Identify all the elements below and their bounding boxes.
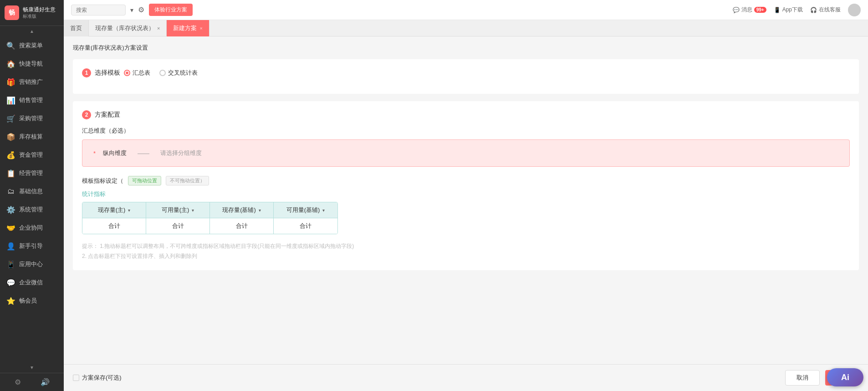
ai-badge[interactable]: Ai [827,368,863,386]
sidebar-icon-purchase-mgmt: 🛒 [6,114,15,123]
app-download-label: App下载 [782,6,803,14]
stats-header-col2[interactable]: 可用量(主)▾ [146,202,210,218]
chevron-col3: ▾ [259,208,261,213]
app-download-button[interactable]: 📱 App下载 [774,6,803,14]
search-input[interactable] [71,5,126,15]
save-option[interactable]: 方案保存(可选) [73,374,122,382]
sidebar-item-purchase-mgmt[interactable]: 🛒采购管理 [0,109,64,128]
sidebar-nav: 🔍搜索菜单🏠快捷导航🎁营销推广📊销售管理🛒采购管理📦库存核算💰资金管理📋经营管理… [0,36,64,362]
indicator-settings: 模板指标设定（ 可拖动位置 不可拖动位置） 统计指标 现存量(主)▾可用量(主)… [82,176,850,261]
tab-label-new-plan: 新建方案 [173,24,197,32]
sidebar-item-search-menu[interactable]: 🔍搜索菜单 [0,36,64,55]
section2-header: 2 方案配置 [82,110,850,119]
section1-num: 1 [82,68,91,77]
stats-header-label-col2: 可用量(主) [162,206,189,214]
trial-button[interactable]: 体验行业方案 [149,4,193,16]
sidebar-item-enterprise-wechat[interactable]: 💬企业微信 [0,273,64,292]
user-avatar[interactable] [848,4,861,16]
sidebar-icon-new-guide: 👤 [6,242,15,251]
sidebar-icon-quick-nav: 🏠 [6,59,15,68]
stats-header-row: 现存量(主)▾可用量(主)▾现存量(基辅)▾可用量(基辅)▾ [82,202,337,218]
page-footer: 方案保存(可选) 取消 查询 [64,364,868,391]
radio-dot-summary[interactable] [124,70,130,76]
tip-0: 提示： 1.拖动标题栏可以调整布局，不可跨维度或指标区域拖动栏目字段(只能在同一… [82,242,850,252]
customer-service-button[interactable]: 🎧 在线客服 [810,6,841,14]
tab-close-new-plan[interactable]: × [199,26,202,31]
sidebar-header: 畅 畅康通好生意 标准版 [0,0,64,26]
section1-header: 1 选择模板 汇总表交叉统计表 [82,68,850,77]
stats-header-col1[interactable]: 现存量(主)▾ [82,202,146,218]
stats-header-label-col4: 可用量(基辅) [286,206,320,214]
sidebar-icon-search-menu: 🔍 [6,41,15,50]
volume-footer-icon[interactable]: 🔊 [41,378,50,386]
sidebar-item-marketing[interactable]: 🎁营销推广 [0,73,64,91]
sidebar-label-search-menu: 搜索菜单 [19,41,43,50]
stats-data-col2: 合计 [146,218,210,234]
radio-cross[interactable]: 交叉统计表 [159,69,198,77]
radio-dot-cross[interactable] [159,70,166,76]
sidebar-item-app-center[interactable]: 📱应用中心 [0,255,64,273]
sidebar-icon-sys-mgmt: ⚙️ [6,205,15,214]
sidebar-item-enterprise[interactable]: 🤝企业协同 [0,219,64,237]
sidebar-item-finance[interactable]: 💰资金管理 [0,146,64,164]
settings-footer-icon[interactable]: ⚙ [15,378,21,386]
sidebar-label-basic-info: 基础信息 [19,187,43,196]
dropdown-icon[interactable]: ▾ [130,6,133,14]
topbar: ▾ ⚙ 体验行业方案 💬 消息 99+ 📱 App下载 🎧 在线客服 [64,0,868,20]
sidebar-item-operations[interactable]: 📋经营管理 [0,164,64,182]
radio-summary[interactable]: 汇总表 [124,69,150,77]
message-icon: 💬 [733,7,740,13]
dimension-placeholder: 请选择分组维度 [160,149,202,157]
sidebar-scroll-up[interactable]: ▲ [0,26,64,36]
tab-home[interactable]: 首页 [64,20,89,36]
stats-header-col3[interactable]: 现存量(基辅)▾ [210,202,274,218]
cancel-button[interactable]: 取消 [785,370,820,386]
sidebar-footer: ⚙ 🔊 [0,373,64,391]
page-content: 现存量(库存状况表)方案设置 1 选择模板 汇总表交叉统计表 2 方案配置 汇总… [64,36,868,364]
section2-card: 2 方案配置 汇总维度（必选） * 纵向维度 —— 请选择分组维度 模板指标设定… [73,101,859,270]
stats-data-row: 合计合计合计合计 [82,218,337,234]
scroll-down-arrow[interactable]: ▼ [30,365,34,370]
tab-close-inventory-status[interactable]: × [157,26,160,31]
messages-button[interactable]: 💬 消息 99+ [733,6,766,14]
tab-inventory-status[interactable]: 现存量（库存状况表）× [89,20,167,36]
sidebar-item-vip-member[interactable]: ⭐畅会员 [0,292,64,310]
sidebar-label-inventory: 库存核算 [19,133,43,141]
sidebar-label-quick-nav: 快捷导航 [19,60,43,68]
scroll-up-arrow[interactable]: ▲ [30,29,34,34]
sidebar-icon-enterprise-wechat: 💬 [6,278,15,287]
section1-label: 选择模板 [95,69,120,77]
app-title: 畅康通好生意 标准版 [23,6,56,20]
stats-header-label-col1: 现存量(主) [98,206,126,214]
stats-section-title: 统计指标 [82,190,850,198]
dimension-name: 纵向维度 [103,149,127,157]
chevron-col4: ▾ [322,208,325,213]
sidebar-scroll-down[interactable]: ▼ [0,362,64,373]
sidebar-icon-operations: 📋 [6,169,15,178]
dimension-box[interactable]: * 纵向维度 —— 请选择分组维度 [82,139,850,167]
sidebar-item-sales-mgmt[interactable]: 📊销售管理 [0,91,64,109]
sidebar-label-operations: 经营管理 [19,169,43,177]
messages-label: 消息 [741,6,752,14]
sidebar-icon-basic-info: 🗂 [6,187,15,196]
sidebar-item-sys-mgmt[interactable]: ⚙️系统管理 [0,201,64,219]
indicator-label-text: 模板指标设定（ [82,177,123,185]
sidebar-icon-app-center: 📱 [6,260,15,269]
tab-new-plan[interactable]: 新建方案× [167,20,209,36]
save-checkbox[interactable] [73,375,79,381]
sidebar-icon-inventory: 📦 [6,132,15,141]
sidebar: 畅 畅康通好生意 标准版 ▲ 🔍搜索菜单🏠快捷导航🎁营销推广📊销售管理🛒采购管理… [0,0,64,391]
customer-service-label: 在线客服 [819,6,841,14]
sidebar-label-new-guide: 新手引导 [19,242,43,250]
gear-icon[interactable]: ⚙ [138,5,144,14]
section2-label: 方案配置 [95,111,120,119]
sidebar-item-basic-info[interactable]: 🗂基础信息 [0,182,64,201]
save-label: 方案保存(可选) [82,374,122,382]
sidebar-label-finance: 资金管理 [19,151,43,159]
app-icon: 📱 [774,7,781,13]
stats-header-col4[interactable]: 可用量(基辅)▾ [274,202,337,218]
sidebar-item-new-guide[interactable]: 👤新手引导 [0,237,64,255]
sidebar-item-inventory[interactable]: 📦库存核算 [0,128,64,146]
sidebar-item-quick-nav[interactable]: 🏠快捷导航 [0,55,64,73]
sidebar-label-sys-mgmt: 系统管理 [19,206,43,214]
